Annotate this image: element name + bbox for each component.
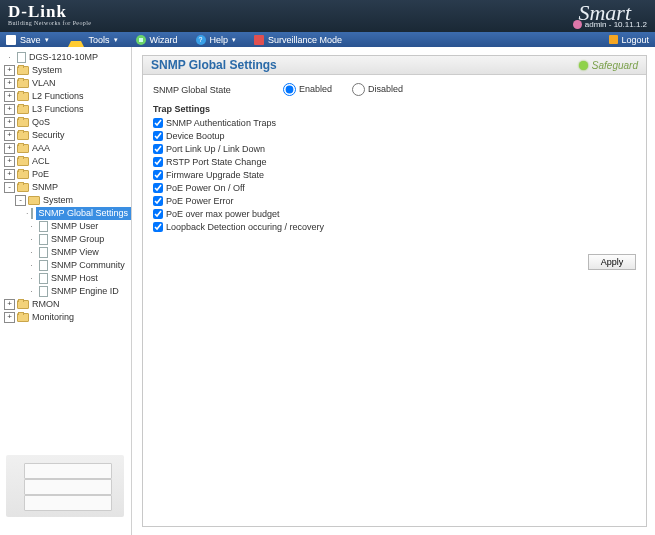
tree-toggle-icon[interactable]: +	[4, 104, 15, 115]
tree-toggle-icon[interactable]: +	[4, 156, 15, 167]
trap-option[interactable]: SNMP Authentication Traps	[153, 116, 636, 129]
surveillance-button[interactable]: Surveillance Mode	[254, 35, 342, 45]
folder-icon	[17, 313, 29, 322]
apply-button[interactable]: Apply	[588, 254, 636, 270]
trap-option[interactable]: PoE over max power budget	[153, 207, 636, 220]
trap-checkbox[interactable]	[153, 170, 163, 180]
trap-option[interactable]: PoE Power On / Off	[153, 181, 636, 194]
tree-label: QoS	[32, 116, 50, 129]
enabled-radio[interactable]	[283, 83, 296, 96]
tree-item-snmp-user[interactable]: ·SNMP User	[4, 220, 131, 233]
folder-icon	[17, 144, 29, 153]
tree-label: System	[32, 64, 62, 77]
tree-item-acl[interactable]: +ACL	[4, 155, 131, 168]
tree-toggle-icon[interactable]: +	[4, 117, 15, 128]
tree-label: System	[43, 194, 73, 207]
tree-device[interactable]: ·DGS-1210-10MP	[4, 51, 131, 64]
trap-checkbox[interactable]	[153, 131, 163, 141]
tree-item-aaa[interactable]: +AAA	[4, 142, 131, 155]
trap-option[interactable]: Device Bootup	[153, 129, 636, 142]
trap-checkbox[interactable]	[153, 222, 163, 232]
tools-button[interactable]: Tools▾	[67, 31, 118, 49]
save-label: Save	[20, 35, 41, 45]
trap-label: Firmware Upgrade State	[166, 170, 264, 180]
tree-item-l2-functions[interactable]: +L2 Functions	[4, 90, 131, 103]
global-state-label: SNMP Global State	[153, 85, 283, 95]
logout-label: Logout	[621, 35, 649, 45]
tree-bullet-icon: ·	[4, 51, 15, 64]
trap-label: RSTP Port State Change	[166, 157, 266, 167]
help-icon: ?	[196, 35, 206, 45]
tree-toggle-icon[interactable]: +	[4, 78, 15, 89]
trap-checkbox[interactable]	[153, 144, 163, 154]
trap-label: Port Link Up / Link Down	[166, 144, 265, 154]
tree-item-snmp-group[interactable]: ·SNMP Group	[4, 233, 131, 246]
enabled-option[interactable]: Enabled	[283, 83, 332, 96]
panel-title: SNMP Global Settings	[151, 58, 277, 72]
trap-option[interactable]: Port Link Up / Link Down	[153, 142, 636, 155]
tree-toggle-icon[interactable]: +	[4, 299, 15, 310]
help-button[interactable]: ?Help▾	[196, 35, 237, 45]
folder-icon	[17, 92, 29, 101]
tree-item-monitoring[interactable]: +Monitoring	[4, 311, 131, 324]
trap-option[interactable]: Loopback Detection occuring / recovery	[153, 220, 636, 233]
tree-item-rmon[interactable]: +RMON	[4, 298, 131, 311]
surveillance-label: Surveillance Mode	[268, 35, 342, 45]
tree-bullet-icon: ·	[26, 207, 29, 220]
enabled-label: Enabled	[299, 84, 332, 94]
trap-checkbox[interactable]	[153, 196, 163, 206]
trap-checkbox[interactable]	[153, 183, 163, 193]
tree-label: VLAN	[32, 77, 56, 90]
tree-label: AAA	[32, 142, 50, 155]
tree-item-vlan[interactable]: +VLAN	[4, 77, 131, 90]
tree-item-snmp-view[interactable]: ·SNMP View	[4, 246, 131, 259]
tree-item-system[interactable]: +System	[4, 64, 131, 77]
tree-toggle-icon[interactable]: +	[4, 91, 15, 102]
tree-label: RMON	[32, 298, 60, 311]
tree-toggle-icon[interactable]: +	[4, 143, 15, 154]
tree-item-snmp-global-settings[interactable]: ·SNMP Global Settings	[4, 207, 131, 220]
trap-label: PoE over max power budget	[166, 209, 280, 219]
tree-toggle-icon[interactable]: +	[4, 130, 15, 141]
wizard-icon	[136, 35, 146, 45]
tree-item-snmp-community[interactable]: ·SNMP Community	[4, 259, 131, 272]
trap-checkbox[interactable]	[153, 118, 163, 128]
tree-label: ACL	[32, 155, 50, 168]
trap-checkbox[interactable]	[153, 209, 163, 219]
tree-bullet-icon: ·	[26, 272, 37, 285]
trap-option[interactable]: PoE Power Error	[153, 194, 636, 207]
disabled-radio[interactable]	[352, 83, 365, 96]
tree-label: SNMP	[32, 181, 58, 194]
tree-toggle-icon[interactable]: -	[15, 195, 26, 206]
tree-item-snmp-engine-id[interactable]: ·SNMP Engine ID	[4, 285, 131, 298]
tree-item-poe[interactable]: +PoE	[4, 168, 131, 181]
logout-button[interactable]: Logout	[609, 35, 649, 45]
tree-toggle-icon[interactable]: +	[4, 65, 15, 76]
trap-label: PoE Power Error	[166, 196, 234, 206]
trap-checkbox[interactable]	[153, 157, 163, 167]
tree-toggle-icon[interactable]: +	[4, 312, 15, 323]
disabled-option[interactable]: Disabled	[352, 83, 403, 96]
tree-item-security[interactable]: +Security	[4, 129, 131, 142]
save-button[interactable]: Save▾	[6, 35, 49, 45]
chevron-down-icon: ▾	[114, 36, 118, 44]
tree-bullet-icon: ·	[26, 220, 37, 233]
tree-item-snmp-system[interactable]: -System	[4, 194, 131, 207]
wizard-button[interactable]: Wizard	[136, 35, 178, 45]
chevron-down-icon: ▾	[232, 36, 236, 44]
tree-toggle-icon[interactable]: +	[4, 169, 15, 180]
tree-bullet-icon: ·	[26, 285, 37, 298]
trap-option[interactable]: Firmware Upgrade State	[153, 168, 636, 181]
tree-item-l3-functions[interactable]: +L3 Functions	[4, 103, 131, 116]
save-icon	[6, 35, 16, 45]
folder-icon	[17, 66, 29, 75]
tree-label: PoE	[32, 168, 49, 181]
tree-item-snmp[interactable]: -SNMP	[4, 181, 131, 194]
tree-item-snmp-host[interactable]: ·SNMP Host	[4, 272, 131, 285]
tree-item-qos[interactable]: +QoS	[4, 116, 131, 129]
trap-option[interactable]: RSTP Port State Change	[153, 155, 636, 168]
tree-toggle-icon[interactable]: -	[4, 182, 15, 193]
avatar-icon	[573, 20, 582, 29]
page-icon	[39, 221, 48, 232]
tree-label: SNMP View	[51, 246, 99, 259]
